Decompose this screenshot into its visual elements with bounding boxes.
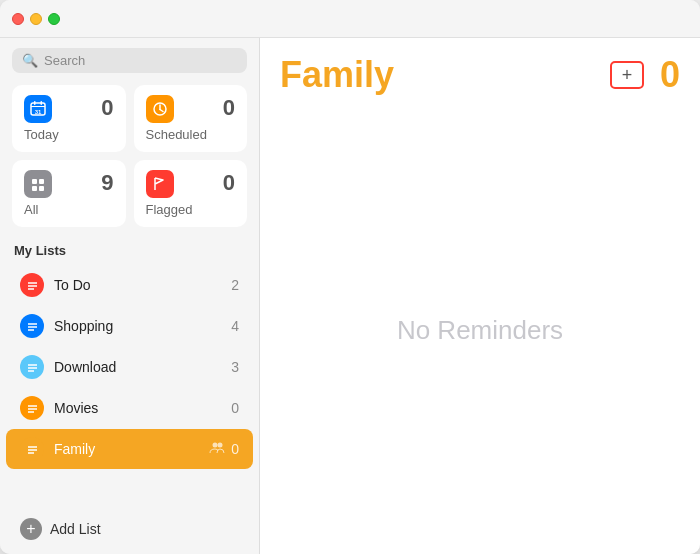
minimize-button[interactable] (30, 13, 42, 25)
svg-rect-2 (41, 101, 43, 105)
list-item-download[interactable]: Download 3 (6, 347, 253, 387)
download-icon (20, 355, 44, 379)
flagged-label: Flagged (146, 202, 236, 217)
todo-icon (20, 273, 44, 297)
list-item-shopping[interactable]: Shopping 4 (6, 306, 253, 346)
main-content: 🔍 Search 31 (0, 38, 700, 554)
list-item-todo[interactable]: To Do 2 (6, 265, 253, 305)
scheduled-label: Scheduled (146, 127, 236, 142)
add-icon: + (622, 65, 633, 86)
download-name: Download (54, 359, 231, 375)
list-item-family[interactable]: Family 0 (6, 429, 253, 469)
shopping-icon (20, 314, 44, 338)
flagged-icon (146, 170, 174, 198)
tile-today[interactable]: 31 0 Today (12, 85, 126, 152)
scheduled-count: 0 (223, 95, 235, 121)
add-list-label: Add List (50, 521, 101, 537)
svg-point-27 (213, 442, 218, 447)
family-icon (20, 437, 44, 461)
svg-rect-10 (32, 186, 37, 191)
movies-icon (20, 396, 44, 420)
shopping-count: 4 (231, 318, 239, 334)
no-reminders-text: No Reminders (260, 106, 700, 554)
add-list-button[interactable]: + Add List (6, 508, 253, 550)
search-placeholder: Search (44, 53, 85, 68)
quick-tiles: 31 0 Today (0, 85, 259, 239)
tile-flagged[interactable]: 0 Flagged (134, 160, 248, 227)
svg-line-7 (160, 110, 163, 112)
todo-count: 2 (231, 277, 239, 293)
tile-scheduled[interactable]: 0 Scheduled (134, 85, 248, 152)
today-count: 0 (101, 95, 113, 121)
svg-point-28 (218, 442, 223, 447)
movies-count: 0 (231, 400, 239, 416)
svg-text:31: 31 (35, 109, 42, 115)
search-icon: 🔍 (22, 53, 38, 68)
shared-icon (209, 440, 225, 459)
shopping-name: Shopping (54, 318, 231, 334)
my-lists-header: My Lists (0, 239, 259, 264)
search-bar[interactable]: 🔍 Search (12, 48, 247, 73)
download-count: 3 (231, 359, 239, 375)
today-label: Today (24, 127, 114, 142)
all-count: 9 (101, 170, 113, 196)
title-bar (0, 0, 700, 38)
traffic-lights (12, 13, 60, 25)
main-panel: Family + 0 No Reminders (260, 38, 700, 554)
svg-rect-8 (32, 179, 37, 184)
family-title: Family (280, 54, 394, 96)
add-list-icon: + (20, 518, 42, 540)
all-label: All (24, 202, 114, 217)
flagged-count: 0 (223, 170, 235, 196)
svg-rect-9 (39, 179, 44, 184)
main-panel-header: Family + 0 (260, 38, 700, 106)
scheduled-icon (146, 95, 174, 123)
svg-rect-3 (31, 106, 45, 107)
sidebar: 🔍 Search 31 (0, 38, 260, 554)
today-icon: 31 (24, 95, 52, 123)
todo-name: To Do (54, 277, 231, 293)
tile-all[interactable]: 9 All (12, 160, 126, 227)
app-window: 🔍 Search 31 (0, 0, 700, 554)
list-item-movies[interactable]: Movies 0 (6, 388, 253, 428)
movies-name: Movies (54, 400, 231, 416)
svg-rect-1 (34, 101, 36, 105)
svg-rect-11 (39, 186, 44, 191)
maximize-button[interactable] (48, 13, 60, 25)
family-name: Family (54, 441, 209, 457)
close-button[interactable] (12, 13, 24, 25)
list-items: To Do 2 Shopping 4 (0, 264, 259, 504)
all-icon (24, 170, 52, 198)
add-reminder-button[interactable]: + (610, 61, 644, 89)
family-reminder-count: 0 (660, 54, 680, 96)
family-count: 0 (231, 441, 239, 457)
